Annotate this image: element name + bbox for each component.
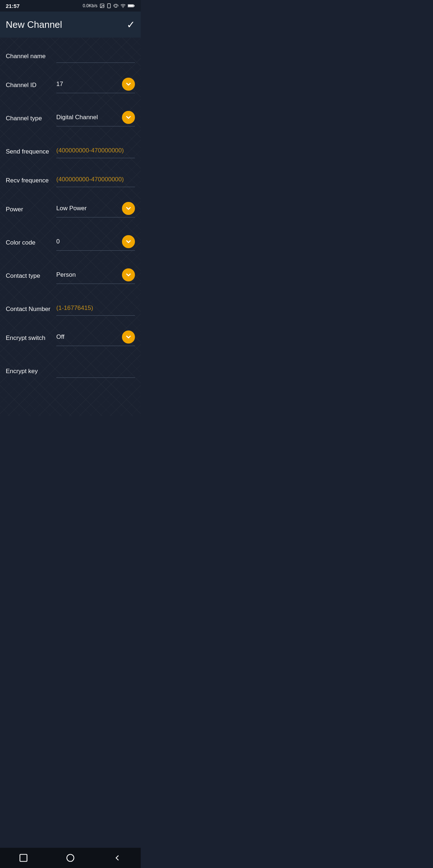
value-container-color-code[interactable]: 0 (56, 235, 135, 251)
field-row-encrypt-switch: Encrypt switch Off (0, 322, 141, 351)
network-speed: 0.0Kb/s (83, 3, 97, 8)
value-container-contact-type[interactable]: Person (56, 268, 135, 284)
field-row-send-frequence: Send frequence (400000000-470000000) (0, 136, 141, 165)
confirm-button[interactable]: ✓ (127, 19, 135, 31)
label-channel-name: Channel name (6, 52, 56, 60)
label-encrypt-switch: Encrypt switch (6, 334, 56, 342)
label-channel-type: Channel type (6, 115, 56, 122)
label-encrypt-key: Encrypt key (6, 367, 56, 375)
field-row-channel-id: Channel ID 17 (0, 69, 141, 98)
value-encrypt-switch: Off (56, 333, 119, 341)
label-recv-frequence: Recv frequence (6, 177, 56, 185)
value-power: Low Power (56, 205, 119, 212)
field-row-channel-type: Channel type Digital Channel (0, 103, 141, 131)
value-channel-type: Digital Channel (56, 114, 119, 121)
svg-rect-2 (108, 4, 110, 8)
value-container-channel-name[interactable] (56, 50, 135, 63)
value-container-channel-id[interactable]: 17 (56, 78, 135, 93)
field-row-contact-number: Contact Number (1-16776415) (0, 293, 141, 322)
label-power: Power (6, 206, 56, 213)
top-bar: New Channel ✓ (0, 12, 141, 38)
value-channel-name (56, 52, 135, 59)
svg-point-1 (101, 5, 102, 5)
svg-point-5 (123, 7, 123, 8)
vibrate-icon (113, 3, 118, 8)
field-row-power: Power Low Power (0, 194, 141, 223)
dropdown-power[interactable] (122, 202, 135, 215)
field-row-channel-name: Channel name (0, 40, 141, 69)
dropdown-color-code[interactable] (122, 235, 135, 248)
value-encrypt-key (56, 367, 135, 374)
dropdown-encrypt-switch[interactable] (122, 331, 135, 344)
value-container-encrypt-switch[interactable]: Off (56, 331, 135, 346)
label-send-frequence: Send frequence (6, 148, 56, 156)
phone-icon (106, 3, 111, 8)
field-row-color-code: Color code 0 (0, 227, 141, 256)
wifi-icon (120, 3, 126, 8)
field-row-recv-frequence: Recv frequence (400000000-470000000) (0, 165, 141, 194)
svg-rect-4 (115, 4, 117, 7)
status-bar: 21:57 0.0Kb/s (0, 0, 141, 12)
value-container-encrypt-key[interactable] (56, 365, 135, 378)
value-recv-frequence: (400000000-470000000) (56, 176, 135, 183)
status-time: 21:57 (6, 3, 19, 9)
field-row-encrypt-key: Encrypt key (0, 355, 141, 384)
value-container-recv-frequence[interactable]: (400000000-470000000) (56, 174, 135, 187)
svg-rect-7 (134, 5, 134, 7)
value-send-frequence: (400000000-470000000) (56, 147, 135, 154)
svg-rect-8 (128, 5, 133, 7)
label-contact-number: Contact Number (6, 305, 56, 313)
dropdown-channel-type[interactable] (122, 111, 135, 124)
battery-icon (128, 3, 135, 8)
form-fields: Channel name Channel ID 17 Channel type … (0, 40, 141, 413)
value-container-power[interactable]: Low Power (56, 202, 135, 217)
value-contact-type: Person (56, 271, 119, 278)
dropdown-contact-type[interactable] (122, 268, 135, 281)
value-container-channel-type[interactable]: Digital Channel (56, 111, 135, 126)
status-right: 0.0Kb/s (83, 3, 135, 8)
value-container-send-frequence[interactable]: (400000000-470000000) (56, 145, 135, 158)
image-icon (100, 3, 105, 8)
dropdown-channel-id[interactable] (122, 78, 135, 91)
page-title: New Channel (6, 19, 62, 30)
form-content: Channel name Channel ID 17 Channel type … (0, 38, 141, 416)
label-color-code: Color code (6, 239, 56, 247)
value-channel-id: 17 (56, 81, 119, 88)
label-contact-type: Contact type (6, 272, 56, 280)
value-contact-number: (1-16776415) (56, 305, 135, 312)
value-color-code: 0 (56, 238, 119, 245)
label-channel-id: Channel ID (6, 81, 56, 89)
status-icons (100, 3, 135, 8)
field-row-contact-type: Contact type Person (0, 260, 141, 289)
value-container-contact-number[interactable]: (1-16776415) (56, 303, 135, 316)
